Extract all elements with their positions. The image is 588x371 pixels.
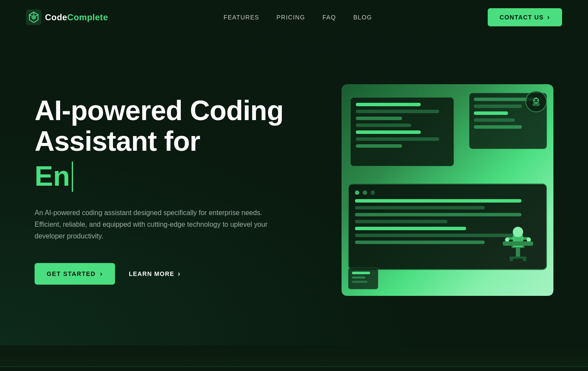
learn-more-label: LEARN MORE xyxy=(129,270,174,277)
person-illustration xyxy=(499,216,537,263)
contact-us-button[interactable]: CONTACT US › xyxy=(488,8,562,26)
hero-section: AI-powered Coding Assistant for En An AI… xyxy=(0,35,588,346)
get-started-arrow: › xyxy=(100,270,103,278)
text-cursor xyxy=(72,162,73,192)
hero-illustration xyxy=(342,84,553,296)
svg-rect-22 xyxy=(535,98,537,99)
hero-image xyxy=(342,84,553,296)
illus-monitor xyxy=(348,184,547,270)
svg-point-9 xyxy=(510,258,513,261)
bottom-wave xyxy=(0,346,588,367)
svg-point-20 xyxy=(537,100,538,101)
logo-icon xyxy=(26,10,42,25)
svg-rect-17 xyxy=(503,241,533,246)
nav-links: FEATURES PRICING FAQ BLOG xyxy=(224,13,372,21)
svg-point-15 xyxy=(505,238,509,242)
learn-more-button[interactable]: LEARN MORE › xyxy=(129,270,181,278)
nav-faq[interactable]: FAQ xyxy=(323,14,336,21)
get-started-button[interactable]: GET STARTED › xyxy=(35,263,115,285)
logo-code-text: Code xyxy=(45,13,67,22)
nav-blog[interactable]: BLOG xyxy=(353,14,372,21)
contact-label: CONTACT US xyxy=(500,14,544,21)
nav-features[interactable]: FEATURES xyxy=(224,14,259,21)
hero-buttons: GET STARTED › LEARN MORE › xyxy=(35,263,320,285)
svg-point-12 xyxy=(513,227,523,237)
navbar: CodeComplete FEATURES PRICING FAQ BLOG C… xyxy=(0,0,588,35)
hero-title-line1: AI-powered Coding Assistant for xyxy=(35,95,320,156)
svg-rect-21 xyxy=(535,101,537,102)
svg-point-10 xyxy=(523,258,526,261)
hero-description: An AI-powered coding assistant designed … xyxy=(35,207,285,242)
svg-rect-23 xyxy=(533,103,540,106)
illus-screen-main xyxy=(350,97,454,166)
nav-right: CONTACT US › xyxy=(488,8,562,26)
get-started-label: GET STARTED xyxy=(47,270,96,277)
svg-point-19 xyxy=(534,100,536,101)
logo-link[interactable]: CodeComplete xyxy=(26,10,108,25)
robot-icon xyxy=(525,91,547,112)
hero-title-animated: En xyxy=(35,160,320,193)
learn-more-arrow: › xyxy=(178,270,180,278)
nav-pricing[interactable]: PRICING xyxy=(277,14,305,21)
hero-content: AI-powered Coding Assistant for En An AI… xyxy=(35,95,320,284)
logo-complete-text: Complete xyxy=(67,13,108,22)
mini-card xyxy=(348,268,378,289)
svg-point-16 xyxy=(527,238,531,242)
contact-arrow: › xyxy=(547,13,550,21)
